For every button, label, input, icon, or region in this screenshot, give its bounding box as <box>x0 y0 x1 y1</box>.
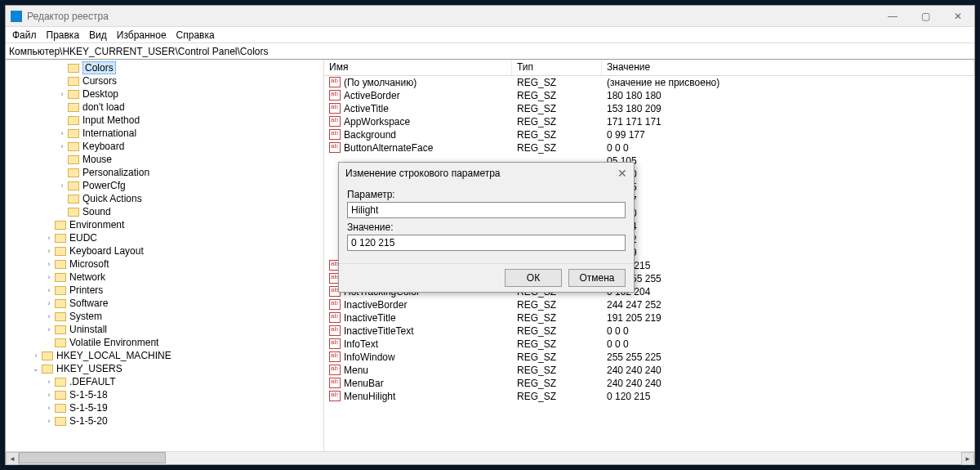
chevron-icon[interactable]: › <box>45 273 53 281</box>
chevron-icon[interactable]: › <box>45 325 53 333</box>
chevron-icon[interactable]: › <box>45 234 53 242</box>
list-row[interactable]: AppWorkspaceREG_SZ171 171 171 <box>324 115 974 128</box>
list-row[interactable]: (По умолчанию)REG_SZ(значение не присвое… <box>324 76 974 89</box>
tree-item[interactable]: Cursors <box>6 74 323 87</box>
address-bar[interactable]: Компьютер\HKEY_CURRENT_USER\Control Pane… <box>6 43 974 60</box>
cancel-button[interactable]: Отмена <box>568 269 626 287</box>
tree-item[interactable]: Personalization <box>6 166 323 179</box>
list-row[interactable]: ButtonAlternateFaceREG_SZ0 0 0 <box>324 141 974 154</box>
param-input[interactable] <box>347 202 626 218</box>
tree-label: Network <box>69 271 105 283</box>
scroll-track[interactable] <box>19 452 961 464</box>
cell-value: 240 240 240 <box>602 365 974 376</box>
tree-item[interactable]: ›Printers <box>6 284 323 297</box>
list-row[interactable]: InfoTextREG_SZ0 0 0 <box>324 338 974 351</box>
folder-icon <box>68 77 79 86</box>
list-row[interactable]: InactiveTitleREG_SZ191 205 219 <box>324 311 974 325</box>
col-type[interactable]: Тип <box>512 60 602 75</box>
scroll-right-icon[interactable]: ► <box>961 452 974 465</box>
list-row[interactable]: MenuREG_SZ240 240 240 <box>324 364 974 377</box>
menu-Справка[interactable]: Справка <box>176 29 215 41</box>
tree-item[interactable]: Sound <box>6 205 323 218</box>
chevron-icon[interactable]: › <box>45 404 53 412</box>
close-button[interactable]: ✕ <box>942 6 974 27</box>
tree-item[interactable]: ›PowerCfg <box>6 179 323 192</box>
tree-item[interactable]: ›Uninstall <box>6 323 323 336</box>
tree-item[interactable]: ›.DEFAULT <box>6 375 323 388</box>
tree-item[interactable]: ›Network <box>6 271 323 284</box>
tree-item[interactable]: ›HKEY_LOCAL_MACHINE <box>6 349 323 362</box>
chevron-icon[interactable]: ⌄ <box>32 365 40 373</box>
tree-item[interactable]: ›Keyboard Layout <box>6 244 323 257</box>
tree-item[interactable]: Input Method <box>6 114 323 127</box>
tree-item[interactable]: Quick Actions <box>6 192 323 205</box>
tree-label: International <box>82 128 136 139</box>
dialog-close-icon[interactable]: ✕ <box>617 167 627 180</box>
chevron-icon[interactable]: › <box>45 247 53 255</box>
tree-item[interactable]: ›Keyboard <box>6 140 323 153</box>
tree-label: Volatile Environment <box>69 337 158 348</box>
tree-panel[interactable]: ColorsCursors›Desktopdon't loadInput Met… <box>6 60 324 451</box>
tree-label: System <box>69 311 102 322</box>
list-row[interactable]: BackgroundREG_SZ0 99 177 <box>324 128 974 141</box>
tree-item[interactable]: ›EUDC <box>6 231 323 244</box>
cell-value: 0 0 0 <box>602 142 974 154</box>
tree-item[interactable]: don't load <box>6 101 323 114</box>
maximize-button[interactable]: ▢ <box>909 6 942 27</box>
list-row[interactable]: InactiveTitleTextREG_SZ0 0 0 <box>324 325 974 338</box>
tree-item[interactable]: ›Microsoft <box>6 257 323 271</box>
chevron-icon[interactable]: › <box>58 90 66 98</box>
menu-Правка[interactable]: Правка <box>47 29 80 41</box>
chevron-icon[interactable]: › <box>58 142 66 150</box>
tree-item[interactable]: ›Desktop <box>6 87 323 101</box>
ok-button[interactable]: ОК <box>505 269 562 287</box>
string-icon <box>329 378 341 388</box>
chevron-icon[interactable]: › <box>45 260 53 268</box>
tree-item[interactable]: ›System <box>6 310 323 323</box>
list-header: Имя Тип Значение <box>324 60 974 76</box>
list-row[interactable]: MenuBarREG_SZ240 240 240 <box>324 377 974 390</box>
tree-item[interactable]: ›S-1-5-19 <box>6 401 323 414</box>
list-row[interactable]: InfoWindowREG_SZ255 255 225 <box>324 351 974 364</box>
cell-name: ActiveBorder <box>344 90 400 101</box>
tree-item[interactable]: Environment <box>6 218 323 231</box>
minimize-button[interactable]: — <box>876 6 909 27</box>
col-name[interactable]: Имя <box>324 60 512 75</box>
chevron-icon[interactable]: › <box>45 286 53 294</box>
string-icon <box>329 142 341 153</box>
chevron-icon[interactable]: › <box>32 351 40 360</box>
list-row[interactable]: InactiveBorderREG_SZ244 247 252 <box>324 298 974 311</box>
tree-item[interactable]: ›Software <box>6 297 323 310</box>
value-input[interactable] <box>347 235 626 251</box>
tree-item[interactable]: ›S-1-5-20 <box>6 414 323 427</box>
list-row[interactable]: MenuHilightREG_SZ0 120 215 <box>324 390 974 403</box>
chevron-icon[interactable]: › <box>45 299 53 307</box>
col-value[interactable]: Значение <box>602 60 974 75</box>
horizontal-scrollbar[interactable]: ◄ ► <box>6 451 974 464</box>
tree-item[interactable]: Mouse <box>6 153 323 166</box>
cell-value: 0 0 0 <box>602 325 974 337</box>
menu-Избранное[interactable]: Избранное <box>117 29 167 41</box>
tree-item[interactable]: Colors <box>6 61 323 74</box>
tree-item[interactable]: ›International <box>6 127 323 140</box>
tree-item[interactable]: ›S-1-5-18 <box>6 388 323 401</box>
folder-icon <box>55 286 66 295</box>
menu-Файл[interactable]: Файл <box>12 29 37 41</box>
chevron-icon[interactable]: › <box>45 312 53 320</box>
tree-label: Mouse <box>82 154 112 165</box>
list-row[interactable]: ActiveBorderREG_SZ180 180 180 <box>324 89 974 102</box>
tree-item[interactable]: ⌄HKEY_USERS <box>6 362 323 375</box>
scroll-thumb[interactable] <box>19 452 166 463</box>
chevron-icon[interactable]: › <box>58 129 66 137</box>
cell-value: 244 247 252 <box>602 299 974 311</box>
cell-type: REG_SZ <box>512 338 602 350</box>
menu-Вид[interactable]: Вид <box>89 29 107 41</box>
list-row[interactable]: ActiveTitleREG_SZ153 180 209 <box>324 102 974 115</box>
tree-item[interactable]: Volatile Environment <box>6 336 323 349</box>
chevron-icon[interactable]: › <box>45 378 53 386</box>
param-label: Параметр: <box>347 189 626 200</box>
scroll-left-icon[interactable]: ◄ <box>6 452 19 465</box>
chevron-icon[interactable]: › <box>45 391 53 399</box>
chevron-icon[interactable]: › <box>45 417 53 425</box>
chevron-icon[interactable]: › <box>58 181 66 190</box>
